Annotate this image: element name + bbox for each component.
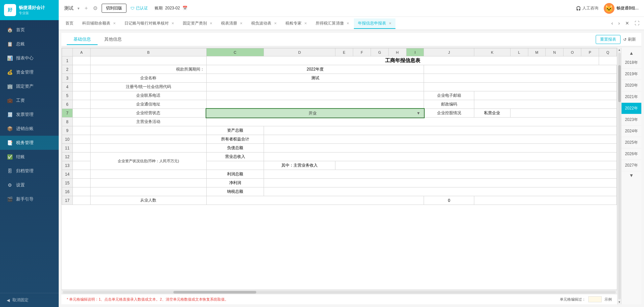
year-item-2024[interactable]: 2024年	[622, 126, 641, 137]
tab-close-icon[interactable]: ✕	[240, 21, 243, 25]
vscroll-track[interactable]	[618, 53, 621, 299]
col-header-a[interactable]: A	[73, 48, 91, 56]
cell-15-c[interactable]: 净利润	[206, 179, 264, 187]
cell-5-c[interactable]	[206, 91, 424, 100]
cell-12-c[interactable]: 营业总收入	[206, 152, 264, 161]
cell-14-b[interactable]	[90, 170, 206, 179]
cell-13-c[interactable]	[206, 161, 264, 170]
consult-button[interactable]: 🎧 人工咨询	[576, 5, 598, 11]
sub-tab-basic[interactable]: 基础信息	[67, 34, 98, 45]
cell-12-rest[interactable]	[264, 152, 616, 161]
vscroll-down-btn[interactable]: ▼	[618, 300, 622, 304]
cell-6-k[interactable]	[474, 100, 617, 109]
tab-fixed-assets-type[interactable]: 固定资产类别 ✕	[179, 18, 216, 29]
reset-report-button[interactable]: 重置报表	[596, 35, 621, 44]
col-header-p[interactable]: P	[581, 48, 599, 56]
cell-14-c[interactable]: 利润总额	[206, 170, 264, 179]
cell-4-c[interactable]	[206, 83, 424, 91]
vscroll-bar[interactable]: ▲ ▼	[617, 48, 621, 304]
tab-close-icon[interactable]: ✕	[171, 21, 174, 25]
cell-2-c[interactable]: 2022年度	[206, 65, 424, 74]
topbar-settings-button[interactable]: ⚙	[93, 5, 98, 11]
cell-2-j[interactable]	[424, 65, 617, 74]
business-status-select[interactable]: 开业 注销 吊销 迁出 撤销	[209, 111, 422, 116]
sidebar-item-funds[interactable]: 💰 资金管理	[0, 65, 59, 79]
calendar-icon[interactable]: 📅	[182, 6, 187, 10]
col-header-b[interactable]: B	[90, 48, 206, 56]
sidebar-item-home[interactable]: 🏠 首页	[0, 23, 59, 37]
year-item-2023[interactable]: 2023年	[622, 114, 641, 126]
switch-old-button[interactable]: 切到旧版	[102, 4, 126, 13]
vscroll-up-btn[interactable]: ▲	[618, 48, 622, 52]
sidebar-item-inventory[interactable]: 📦 进销台账	[0, 122, 59, 136]
col-header-n[interactable]: N	[546, 48, 564, 56]
year-item-2027[interactable]: 2027年	[622, 160, 641, 171]
tab-close-all-button[interactable]: ✕	[623, 20, 631, 27]
cell-14-a[interactable]	[73, 170, 91, 179]
cell-10-rest[interactable]	[264, 135, 616, 144]
tab-close-icon[interactable]: ✕	[274, 21, 277, 25]
cell-7-a[interactable]	[73, 109, 91, 118]
cell-8-a[interactable]	[73, 118, 91, 126]
sidebar-item-ledger[interactable]: 📋 总账	[0, 37, 59, 51]
cell-13-rest[interactable]	[335, 161, 617, 170]
year-item-2018[interactable]: 2018年	[622, 57, 641, 69]
cell-13-d[interactable]: 其中：主营业务收入	[264, 161, 335, 170]
cell-9-c[interactable]: 资产总额	[206, 126, 264, 135]
cell-15-b[interactable]	[90, 179, 206, 187]
cell-16-b[interactable]	[90, 187, 206, 196]
tab-close-icon[interactable]: ✕	[389, 21, 391, 25]
cell-10-b[interactable]	[90, 135, 206, 144]
tab-tax-expert[interactable]: 税检专家 ✕	[281, 18, 311, 29]
cell-9-a[interactable]	[73, 126, 91, 135]
cell-16-c[interactable]: 纳税总额	[206, 187, 264, 196]
cell-9-rest[interactable]	[264, 126, 616, 135]
cell-7-k[interactable]: 私营企业	[474, 109, 511, 118]
tab-next-button[interactable]: ›	[616, 20, 622, 27]
year-item-2026[interactable]: 2026年	[622, 148, 641, 160]
cell-11-rest[interactable]	[264, 144, 616, 152]
cell-12-b[interactable]: 企业资产状况信息(币种：人民币万元)	[90, 152, 206, 170]
cell-16-rest[interactable]	[264, 187, 616, 196]
year-nav-up[interactable]: ▲	[622, 49, 641, 57]
col-header-d[interactable]: D	[264, 48, 335, 56]
cell-3-b[interactable]: 企业名称	[90, 74, 206, 83]
year-item-2019[interactable]: 2019年	[622, 69, 641, 80]
col-header-i[interactable]: I	[406, 48, 424, 56]
spreadsheet-container[interactable]: A B C D E F G H I J	[61, 48, 617, 290]
year-nav-down[interactable]: ▼	[622, 171, 641, 179]
sidebar-item-close[interactable]: ✅ 结账	[0, 150, 59, 164]
cell-5-j[interactable]: 企业电子邮箱	[424, 91, 474, 100]
col-header-c[interactable]: C	[206, 48, 264, 56]
cell-4-rest[interactable]	[424, 83, 617, 91]
sidebar-item-payroll[interactable]: 💼 工资	[0, 93, 59, 107]
cell-7-j[interactable]: 企业控股情况	[424, 109, 474, 118]
tab-close-icon[interactable]: ✕	[346, 21, 349, 25]
col-header-k[interactable]: K	[474, 48, 511, 56]
cell-1-b[interactable]	[90, 56, 206, 65]
year-item-2020[interactable]: 2020年	[622, 80, 641, 91]
cell-3-c[interactable]: 测试	[206, 74, 424, 83]
sidebar-item-archive[interactable]: 🗄 归档管理	[0, 164, 59, 178]
cell-2-a[interactable]	[73, 65, 91, 74]
year-item-2021[interactable]: 2021年	[622, 91, 641, 103]
sidebar-item-reports[interactable]: 📊 报表中心	[0, 51, 59, 65]
cell-5-k[interactable]	[474, 91, 617, 100]
year-item-2022[interactable]: 2022年	[622, 103, 641, 114]
cell-3-a[interactable]	[73, 74, 91, 83]
cell-15-rest[interactable]	[264, 179, 616, 187]
cell-10-a[interactable]	[73, 135, 91, 144]
cell-10-c[interactable]: 所有者权益合计	[206, 135, 264, 144]
cell-2-b[interactable]: 税款所属期间：	[90, 65, 206, 74]
col-header-q[interactable]: Q	[599, 48, 616, 56]
col-header-f[interactable]: F	[353, 48, 371, 56]
col-header-l[interactable]: L	[510, 48, 528, 56]
cell-title[interactable]: 工商年报信息表	[206, 56, 599, 65]
cell-6-c[interactable]	[206, 100, 424, 109]
cell-17-rest[interactable]	[474, 196, 617, 205]
cell-12-a[interactable]	[73, 152, 91, 161]
cell-11-a[interactable]	[73, 144, 91, 152]
sidebar-item-assets[interactable]: 🏢 固定资产	[0, 79, 59, 93]
cell-4-b[interactable]: 注册号/统一社会信用代码	[90, 83, 206, 91]
tab-prev-button[interactable]: ‹	[609, 20, 615, 27]
